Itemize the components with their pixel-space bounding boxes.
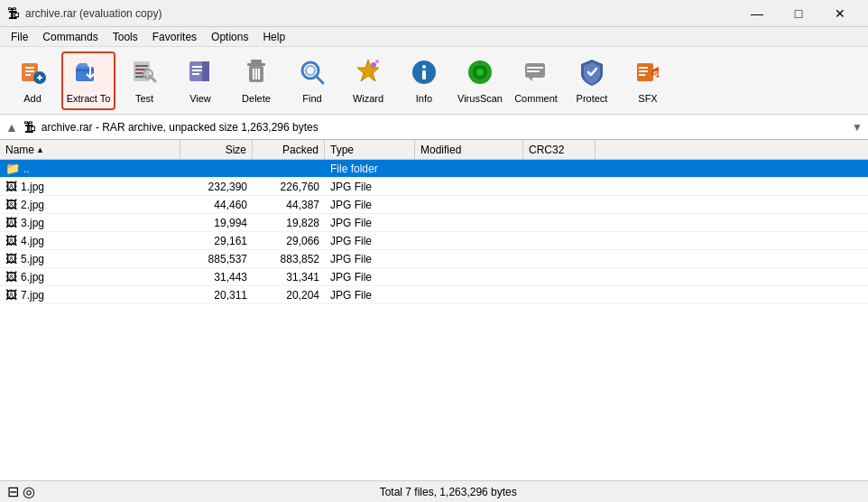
add-button[interactable]: Add <box>5 51 60 110</box>
svg-rect-3 <box>25 74 31 76</box>
extract-to-button[interactable]: Extract To <box>61 51 115 110</box>
menu-options[interactable]: Options <box>204 27 255 46</box>
menu-file[interactable]: File <box>4 27 35 46</box>
sfx-button[interactable]: SFX SFX <box>621 51 675 110</box>
col-header-modified[interactable]: Modified <box>415 140 523 159</box>
table-row[interactable]: 🖼5.jpg885,537883,852JPG File <box>0 250 868 268</box>
file-packed-cell: 19,828 <box>253 215 325 231</box>
table-row[interactable]: 🖼7.jpg20,31120,204JPG File <box>0 286 868 304</box>
file-name-text: 1.jpg <box>21 181 44 193</box>
find-icon <box>298 58 327 91</box>
table-row[interactable]: 📁..File folder <box>0 160 868 178</box>
file-type-cell: JPG File <box>325 269 415 285</box>
file-modified-cell <box>415 221 523 225</box>
file-name-text: 5.jpg <box>21 253 44 265</box>
info-button[interactable]: Info <box>397 51 451 110</box>
col-header-packed[interactable]: Packed <box>253 140 325 159</box>
comment-button[interactable]: Comment <box>509 51 563 110</box>
col-header-type[interactable]: Type <box>325 140 415 159</box>
delete-button[interactable]: Delete <box>229 51 283 110</box>
extract-to-label: Extract To <box>67 93 111 104</box>
close-button[interactable]: ✕ <box>819 0 861 27</box>
file-type-cell: JPG File <box>325 233 415 249</box>
file-name-text: 4.jpg <box>21 235 44 247</box>
table-row[interactable]: 🖼4.jpg29,16129,066JPG File <box>0 232 868 250</box>
menu-commands[interactable]: Commands <box>35 27 105 46</box>
file-type-cell: JPG File <box>325 215 415 231</box>
svg-rect-17 <box>192 70 203 71</box>
file-name-cell: 🖼5.jpg <box>0 250 180 267</box>
svg-rect-48 <box>639 74 645 76</box>
svg-rect-6 <box>39 75 41 80</box>
table-row[interactable]: 🖼3.jpg19,99419,828JPG File <box>0 214 868 232</box>
virusscan-button[interactable]: VirusScan <box>453 51 507 110</box>
wizard-button[interactable]: Wizard <box>341 51 395 110</box>
col-packed-label: Packed <box>282 144 319 156</box>
file-modified-cell <box>415 203 523 207</box>
add-icon <box>18 58 47 91</box>
test-button[interactable]: Test <box>117 51 171 110</box>
delete-label: Delete <box>242 93 271 104</box>
file-size-cell: 232,390 <box>180 179 253 195</box>
file-icon: 🖼 <box>5 270 17 284</box>
col-header-crc32[interactable]: CRC32 <box>523 140 596 159</box>
file-name-text: 7.jpg <box>21 289 44 302</box>
maximize-button[interactable]: □ <box>778 0 819 27</box>
file-crc32-cell <box>523 221 596 225</box>
virusscan-label: VirusScan <box>457 93 503 104</box>
file-packed-cell: 44,387 <box>253 197 325 213</box>
title-bar-title: archive.rar (evaluation copy) <box>25 7 162 20</box>
find-button[interactable]: Find <box>285 51 339 110</box>
file-packed-cell: 20,204 <box>253 287 325 303</box>
address-text: archive.rar - RAR archive, unpacked size… <box>42 121 846 134</box>
file-crc32-cell <box>523 167 596 171</box>
protect-button[interactable]: Protect <box>565 51 619 110</box>
expand-icon[interactable]: ▼ <box>852 121 863 134</box>
col-header-name[interactable]: Name ▲ <box>0 140 180 159</box>
file-icon: 🖼 <box>5 180 17 193</box>
table-row[interactable]: 🖼6.jpg31,44331,341JPG File <box>0 268 868 286</box>
file-packed-cell: 31,341 <box>253 269 325 285</box>
svg-rect-42 <box>527 67 543 69</box>
protect-icon <box>577 58 606 91</box>
test-icon <box>130 58 159 91</box>
menu-tools[interactable]: Tools <box>106 27 145 46</box>
menu-favorites[interactable]: Favorites <box>145 27 204 46</box>
menu-help[interactable]: Help <box>255 27 292 46</box>
svg-point-32 <box>422 65 426 69</box>
col-modified-label: Modified <box>420 144 461 156</box>
file-modified-cell <box>415 239 523 243</box>
file-name-cell: 🖼2.jpg <box>0 196 180 213</box>
svg-rect-47 <box>639 70 648 72</box>
table-row[interactable]: 🖼2.jpg44,46044,387JPG File <box>0 196 868 214</box>
svg-marker-28 <box>357 60 379 81</box>
file-type-cell: JPG File <box>325 179 415 195</box>
window-controls: — □ ✕ <box>736 0 861 27</box>
back-button[interactable]: ▲ <box>5 120 18 135</box>
file-icon: 🖼 <box>5 234 17 247</box>
file-crc32-cell <box>523 257 596 261</box>
file-type-cell: JPG File <box>325 197 415 213</box>
status-text: Total 7 files, 1,263,296 bytes <box>380 486 517 498</box>
file-crc32-cell <box>523 185 596 189</box>
extract-to-icon <box>74 58 103 91</box>
file-type-cell: File folder <box>325 161 415 177</box>
test-label: Test <box>135 93 153 104</box>
file-name-cell: 🖼3.jpg <box>0 214 180 231</box>
col-name-sort: ▲ <box>36 145 44 154</box>
wizard-label: Wizard <box>353 93 383 104</box>
col-header-size[interactable]: Size <box>180 140 253 159</box>
file-size-cell: 20,311 <box>180 287 253 303</box>
view-button[interactable]: View <box>173 51 227 110</box>
svg-rect-33 <box>422 70 426 79</box>
app-icon: 🗜 <box>7 6 20 21</box>
file-crc32-cell <box>523 275 596 279</box>
add-label: Add <box>23 93 42 104</box>
file-packed-cell: 883,852 <box>253 251 325 267</box>
file-icon: 🖼 <box>5 288 17 302</box>
table-row[interactable]: 🖼1.jpg232,390226,760JPG File <box>0 178 868 196</box>
minimize-button[interactable]: — <box>736 0 778 27</box>
file-name-text: 2.jpg <box>21 199 44 211</box>
file-icon: 📁 <box>5 162 20 175</box>
file-name-text: .. <box>23 163 30 175</box>
